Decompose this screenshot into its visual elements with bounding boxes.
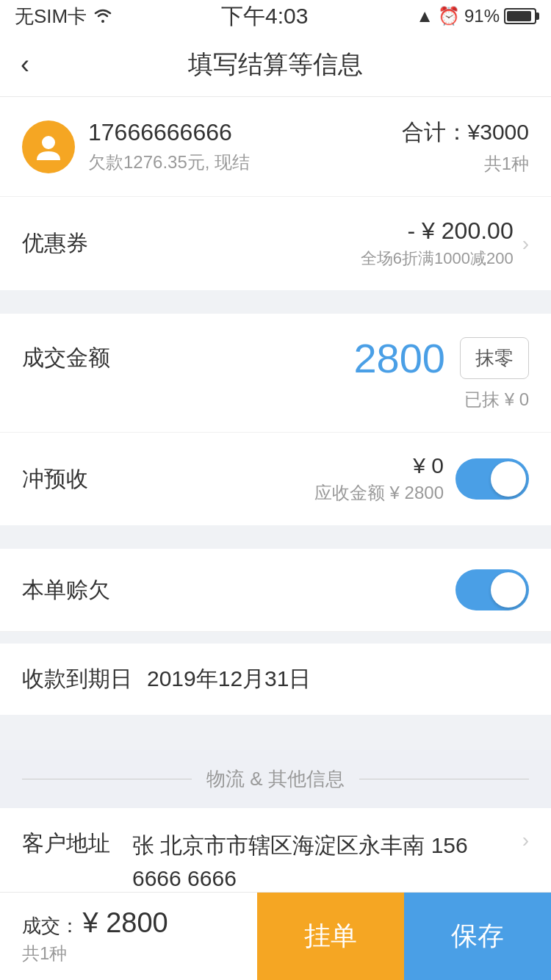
content: 17666666666 欠款1276.35元, 现结 合计：¥3000 共1种 …	[0, 97, 551, 980]
chevron-icon: ›	[522, 232, 529, 256]
coupon-right: - ¥ 200.00 全场6折满1000减200 ›	[361, 217, 529, 270]
divider-line-right	[359, 779, 529, 779]
status-bar: 无SIM卡 下午4:03 ▲ ⏰ 91%	[0, 0, 551, 32]
duedate-section: 收款到期日 2019年12月31日	[0, 644, 551, 715]
divider-line-left	[22, 779, 192, 779]
customer-total: 合计：¥3000	[402, 118, 529, 148]
hang-button[interactable]: 挂单	[257, 893, 404, 981]
address-chevron-icon: ›	[522, 829, 529, 852]
svg-point-0	[42, 136, 55, 149]
customer-card: 17666666666 欠款1276.35元, 现结 合计：¥3000 共1种 …	[0, 97, 551, 290]
customer-count: 共1种	[402, 152, 529, 176]
prepay-main: ¥ 0	[314, 453, 444, 478]
deal-right: 2800 抹零	[353, 334, 529, 382]
customer-info: 17666666666 欠款1276.35元, 现结	[88, 119, 250, 174]
prepay-value: ¥ 0 应收金额 ¥ 2800	[314, 453, 444, 505]
page-title: 填写结算等信息	[188, 48, 363, 82]
toggle-knob	[491, 461, 526, 497]
deal-sub: 已抹 ¥ 0	[22, 388, 529, 411]
bottom-deal-count: 共1种	[22, 942, 235, 965]
bottom-summary: 成交： ¥ 2800 共1种	[0, 907, 257, 965]
deal-label: 成交金额	[22, 343, 110, 373]
status-left: 无SIM卡	[15, 4, 113, 29]
deal-amount-value: 2800	[353, 334, 445, 382]
location-icon: ▲	[416, 6, 433, 26]
deal-section: 成交金额 2800 抹零 已抹 ¥ 0	[0, 314, 551, 432]
bottom-bar: 成交： ¥ 2800 共1种 挂单 保存	[0, 892, 551, 980]
prepay-label: 冲预收	[22, 464, 88, 494]
bottom-deal-label: 成交：	[22, 915, 79, 937]
debit-label: 本单赊欠	[22, 575, 110, 605]
nav-bar: ‹ 填写结算等信息	[0, 32, 551, 97]
separator-1	[0, 302, 551, 314]
duedate-label: 收款到期日	[22, 664, 132, 694]
status-time: 下午4:03	[221, 1, 308, 32]
battery-icon	[504, 8, 536, 24]
deal-row: 成交金额 2800 抹零	[22, 334, 529, 382]
prepay-toggle[interactable]	[455, 458, 529, 500]
address-label: 客户地址	[22, 829, 110, 859]
debit-toggle[interactable]	[455, 569, 529, 610]
debit-toggle-knob	[491, 572, 526, 608]
prepay-section: 冲预收 ¥ 0 应收金额 ¥ 2800	[0, 432, 551, 525]
alarm-icon: ⏰	[438, 6, 460, 26]
customer-right: 合计：¥3000 共1种	[402, 118, 529, 176]
customer-row: 17666666666 欠款1276.35元, 现结 合计：¥3000 共1种	[0, 97, 551, 196]
bottom-deal-row: 成交： ¥ 2800	[22, 907, 235, 939]
logistics-divider: 物流 & 其他信息	[0, 750, 551, 808]
debit-section: 本单赊欠	[0, 549, 551, 632]
prepay-right: ¥ 0 应收金额 ¥ 2800	[314, 453, 529, 505]
address-value: 张 北京市市辖区海淀区永丰南 156 6666 6666	[132, 829, 522, 895]
battery-percent: 91%	[464, 6, 500, 26]
prepay-sub: 应收金额 ¥ 2800	[314, 481, 444, 505]
logistics-text: 物流 & 其他信息	[206, 766, 345, 792]
carrier-text: 无SIM卡	[15, 4, 87, 29]
save-button[interactable]: 保存	[404, 893, 551, 981]
prepay-row: 冲预收 ¥ 0 应收金额 ¥ 2800	[22, 453, 529, 505]
customer-sub: 欠款1276.35元, 现结	[88, 151, 250, 174]
duedate-value: 2019年12月31日	[147, 664, 311, 694]
separator-2	[0, 525, 551, 537]
avatar	[22, 120, 75, 173]
wifi-icon	[93, 5, 113, 28]
coupon-label: 优惠券	[22, 228, 88, 259]
back-button[interactable]: ‹	[21, 49, 29, 80]
round-button[interactable]: 抹零	[460, 337, 529, 379]
bottom-deal-price: ¥ 2800	[82, 907, 168, 938]
coupon-row[interactable]: 优惠券 - ¥ 200.00 全场6折满1000减200 ›	[0, 196, 551, 290]
status-right: ▲ ⏰ 91%	[416, 6, 536, 26]
separator-3	[0, 727, 551, 738]
customer-left: 17666666666 欠款1276.35元, 现结	[22, 119, 250, 174]
coupon-amount: - ¥ 200.00	[361, 217, 514, 245]
coupon-desc: 全场6折满1000减200	[361, 248, 514, 270]
coupon-value-block: - ¥ 200.00 全场6折满1000减200	[361, 217, 514, 270]
customer-phone: 17666666666	[88, 119, 250, 146]
